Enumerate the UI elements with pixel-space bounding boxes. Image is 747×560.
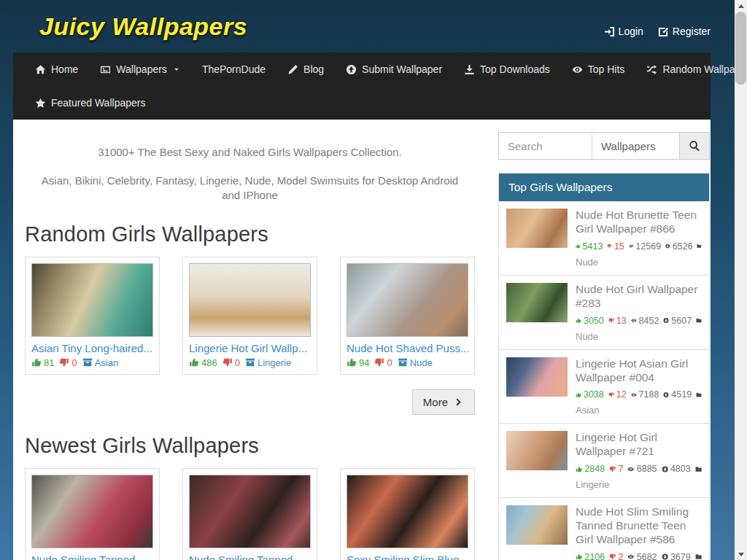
sign-in-icon — [604, 26, 615, 37]
wallpaper-title-link[interactable]: Nude Hot Brunette Teen Girl Wallpaper #8… — [576, 209, 702, 236]
dislikes-count: 12 — [616, 389, 627, 400]
eye-icon — [631, 316, 637, 325]
category-link[interactable]: Lingerie — [258, 357, 291, 368]
scrollbar-up-arrow[interactable] — [735, 0, 747, 12]
wallpaper-title-link[interactable]: Nude Smiling Tanned ... — [31, 553, 153, 560]
register-link[interactable]: Register — [658, 26, 711, 37]
nav-label: Blog — [303, 63, 324, 75]
thumbs-up-icon[interactable] — [31, 357, 42, 368]
nav-item-blog[interactable]: Blog — [276, 52, 335, 86]
wallpaper-title-link[interactable]: Nude Hot Shaved Puss... — [347, 342, 468, 354]
wallpaper-thumbnail[interactable] — [189, 263, 311, 337]
nav-item-top-hits[interactable]: Top Hits — [561, 52, 636, 86]
nav-item-featured-wallpapers[interactable]: Featured Wallpapers — [24, 86, 156, 120]
archive-icon — [398, 357, 408, 368]
category-link[interactable]: Nude — [410, 357, 433, 368]
item-stats: 2106 2 5682 3679 — [576, 552, 702, 560]
category-link[interactable]: Lingerie — [576, 479, 702, 490]
thumbs-up-icon — [576, 552, 582, 560]
newest-section-title: Newest Girls Wallpapers — [25, 434, 475, 458]
wallpaper-thumbnail[interactable] — [31, 475, 153, 548]
nav-label: Top Hits — [588, 63, 625, 75]
dislikes-count: 7 — [618, 464, 623, 474]
top-girls-panel: Top Girls Wallpapers Nude Hot Brunette T… — [498, 173, 710, 560]
register-icon — [658, 26, 669, 37]
sidebar-wallpaper-item: Lingerie Hot Asian Girl Wallpaper #004 3… — [499, 350, 709, 424]
search-category-select[interactable]: Wallpapers — [592, 133, 679, 159]
thumbs-down-icon[interactable] — [374, 357, 384, 368]
wallpaper-title-link[interactable]: Lingerie Hot Girl Wallp... — [189, 342, 311, 354]
item-stats: 3050 13 8452 5607 — [576, 316, 702, 326]
wallpaper-thumbnail[interactable] — [347, 263, 468, 337]
wallpaper-thumbnail[interactable] — [506, 505, 568, 545]
login-link[interactable]: Login — [604, 26, 643, 37]
wallpaper-thumbnail[interactable] — [506, 431, 568, 470]
category-link[interactable]: Asian — [95, 357, 119, 368]
category-link[interactable]: Asian — [576, 405, 702, 416]
likes-count: 486 — [201, 357, 217, 368]
item-body: Nude Hot Brunette Teen Girl Wallpaper #8… — [576, 209, 702, 268]
wallpaper-title-link[interactable]: Asian Tiny Long-haired... — [31, 342, 153, 354]
category-link[interactable]: Nude — [576, 257, 702, 268]
item-body: Lingerie Hot Girl Wallpaper #721 2848 7 … — [576, 431, 702, 490]
likes-count: 81 — [44, 357, 54, 368]
views-count: 7188 — [639, 389, 659, 400]
random-section-title: Random Girls Wallpapers — [25, 222, 475, 246]
page-container: Juicy Wallpapers Login Register Home Wal… — [13, 0, 711, 560]
thumbs-down-icon — [607, 241, 612, 251]
wallpaper-title-link[interactable]: Nude Hot Girl Wallpaper #283 — [576, 283, 702, 311]
nav-item-wallpapers[interactable]: Wallpapers — [89, 52, 191, 86]
wallpaper-title-link[interactable]: Lingerie Hot Asian Girl Wallpaper #004 — [576, 357, 702, 385]
wallpaper-thumbnail[interactable] — [31, 263, 153, 337]
more-button[interactable]: More — [412, 389, 475, 415]
likes-count: 2106 — [584, 552, 605, 560]
nav-label: ThePornDude — [202, 63, 266, 75]
downloads-count: 6526 — [673, 241, 693, 252]
wallpaper-thumbnail[interactable] — [506, 357, 568, 397]
nav-row-2: Featured Wallpapers — [24, 86, 700, 120]
likes-count: 3050 — [584, 316, 604, 326]
scrollbar-down-arrow[interactable] — [735, 548, 747, 560]
nav-item-theporndude[interactable]: ThePornDude — [191, 52, 276, 86]
wallpaper-thumbnail[interactable] — [506, 209, 568, 248]
thumbs-down-icon — [608, 316, 614, 325]
sidebar: Wallpapers Top Girls Wallpapers Nude Hot… — [498, 120, 710, 560]
wallpaper-thumbnail[interactable] — [506, 283, 568, 322]
nav-item-home[interactable]: Home — [24, 52, 89, 86]
thumbs-down-icon[interactable] — [59, 357, 69, 368]
likes-count: 94 — [359, 357, 369, 368]
wallpaper-title-link[interactable]: Sexy Smiling Slim Blue... — [347, 553, 468, 560]
wallpaper-title-link[interactable]: Nude Hot Slim Smiling Tanned Brunette Te… — [576, 505, 702, 547]
panel-title: Top Girls Wallpapers — [499, 174, 709, 201]
downloads-count: 4519 — [671, 389, 692, 400]
intro-line-1: 31000+ The Best Sexy and Naked Girls Wal… — [25, 146, 475, 158]
wallpaper-title-link[interactable]: Nude Smiling Tanned ... — [189, 553, 311, 560]
nav-item-random-wallpapers[interactable]: Random Wallpapers — [635, 52, 747, 86]
search-input[interactable] — [499, 133, 592, 159]
sidebar-wallpaper-item: Nude Hot Brunette Teen Girl Wallpaper #8… — [499, 201, 709, 276]
thumbs-up-icon[interactable] — [189, 357, 199, 368]
arrow-circle-down-icon — [662, 552, 668, 560]
scrollbar-thumb[interactable] — [735, 12, 746, 85]
nav-item-submit-wallpaper[interactable]: Submit Wallpaper — [335, 52, 453, 86]
register-label: Register — [673, 26, 711, 37]
thumbs-down-icon — [609, 552, 616, 560]
item-body: Nude Hot Girl Wallpaper #283 3050 13 845… — [576, 283, 702, 342]
eye-icon — [627, 552, 634, 560]
folder-icon — [695, 464, 702, 474]
wallpaper-thumbnail[interactable] — [189, 475, 311, 548]
arrow-circle-down-icon — [663, 390, 669, 400]
newest-cards-row: Nude Smiling Tanned ... 0 0 Nude Nude Sm… — [25, 468, 475, 560]
search-button[interactable] — [679, 133, 709, 159]
wallpaper-title-link[interactable]: Lingerie Hot Girl Wallpaper #721 — [576, 431, 702, 459]
wallpaper-thumbnail[interactable] — [347, 475, 468, 548]
sidebar-wallpaper-item: Nude Hot Slim Smiling Tanned Brunette Te… — [499, 498, 709, 560]
search-icon — [689, 140, 700, 152]
site-logo[interactable]: Juicy Wallpapers — [39, 12, 247, 41]
arrow-circle-down-icon — [663, 316, 669, 325]
thumbs-down-icon[interactable] — [222, 357, 233, 368]
nav-label: Featured Wallpapers — [51, 97, 145, 109]
thumbs-up-icon[interactable] — [347, 357, 357, 368]
category-link[interactable]: Nude — [576, 331, 702, 342]
nav-item-top-downloads[interactable]: Top Downloads — [453, 52, 561, 86]
